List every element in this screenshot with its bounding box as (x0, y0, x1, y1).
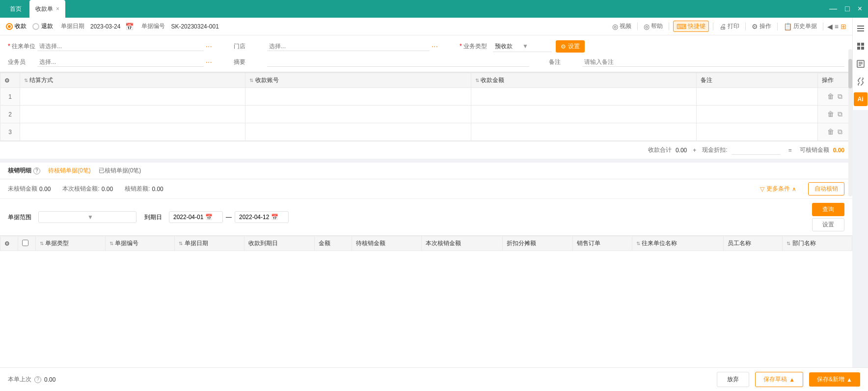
store-label: 门店 (234, 42, 263, 51)
print-button[interactable]: 🖨 打印 (717, 22, 741, 30)
scroll-thumb[interactable] (848, 59, 852, 88)
bottom-info-icon[interactable]: ? (34, 376, 41, 383)
bt-header-discount: 折扣分摊额 (503, 236, 573, 251)
from-unit-more-icon[interactable]: ··· (204, 42, 214, 51)
save-draft-label: 保存草稿 (763, 375, 787, 384)
restore-button[interactable]: □ (843, 4, 852, 13)
row-3-settle[interactable] (20, 123, 245, 141)
sidebar-icon-link[interactable] (854, 75, 868, 88)
layout-list-icon[interactable]: ≡ (835, 23, 839, 30)
row-2-account[interactable] (245, 106, 471, 123)
row-3-delete-icon[interactable]: 🗑 (827, 128, 834, 136)
radio-receive-dot (6, 23, 13, 30)
save-new-arrow[interactable]: ▲ (846, 376, 852, 383)
business-type-select[interactable]: 预收款 ▼ (493, 41, 552, 52)
total-value: 0.00 (676, 147, 687, 154)
row-2-remark[interactable] (697, 106, 818, 123)
business-type-arrow: ▼ (522, 43, 550, 50)
range-arrow: ▼ (87, 214, 132, 221)
print-label: 打印 (728, 22, 739, 30)
date-to-value: 2022-04-12 (239, 214, 269, 221)
scroll-track[interactable] (848, 49, 852, 196)
bt-header-gear[interactable]: ⚙ (0, 236, 18, 251)
uncancelled-value: 0.00 (39, 186, 51, 193)
more-filter-button[interactable]: ▽ 更多条件 ∧ (760, 185, 796, 193)
save-new-button[interactable]: 保存&新增 ▲ (809, 372, 860, 387)
calendar-icon[interactable]: 📅 (125, 23, 134, 30)
row-2-copy-icon[interactable]: ⧉ (838, 110, 842, 118)
layout-prev-icon[interactable]: ◀ (827, 23, 833, 30)
radio-receive[interactable]: 收款 (6, 22, 27, 30)
save-draft-button[interactable]: 保存草稿 ▲ (755, 372, 803, 387)
remark-input[interactable] (582, 57, 844, 67)
row-1-copy-icon[interactable]: ⧉ (838, 92, 842, 100)
summary-field: 摘要 (234, 57, 529, 67)
close-tab-icon[interactable]: × (56, 5, 59, 12)
save-draft-arrow[interactable]: ▲ (789, 376, 795, 383)
discount-input[interactable] (732, 145, 781, 155)
sidebar-icon-2[interactable] (854, 39, 868, 53)
layout-card-icon[interactable]: ⊞ (841, 23, 846, 30)
abandon-button[interactable]: 放弃 (717, 372, 749, 387)
date-label: 单据日期 (61, 22, 84, 30)
summary-input[interactable] (267, 57, 529, 67)
form-area: 往来单位 ··· 门店 ··· 业务类型 预收款 ▼ (0, 35, 852, 72)
row-2-settle[interactable] (20, 106, 245, 123)
sidebar-icon-3[interactable] (854, 57, 868, 71)
hexiao-tab-pending[interactable]: 待核销单据(0笔) (48, 167, 91, 175)
shortcut-button[interactable]: ⌨ 快捷键 (673, 21, 709, 32)
row-1-settle[interactable] (20, 88, 245, 106)
sidebar-icon-ai[interactable]: Ai (854, 92, 868, 106)
row-3-remark[interactable] (697, 123, 818, 141)
bottom-stat: 本单上次 ? 0.00 (8, 375, 55, 384)
sidebar-icon-1[interactable] (854, 22, 868, 35)
right-sidebar: Ai (852, 18, 868, 110)
date-separator: — (226, 214, 232, 221)
table-header-account: ⇅ 收款账号 (245, 73, 471, 88)
row-2-delete-icon[interactable]: 🗑 (827, 110, 834, 118)
nav-tab-active[interactable]: 收款单 × (29, 0, 65, 18)
row-1-amount[interactable] (471, 88, 696, 106)
bt-header-check[interactable] (18, 236, 36, 251)
row-2-amount[interactable] (471, 106, 696, 123)
settings-button[interactable]: ⚙ 设置 (556, 40, 585, 53)
hexiao-settings-button[interactable]: 设置 (812, 218, 844, 231)
settings-icon: ⚙ (561, 43, 566, 50)
row-3-account[interactable] (245, 123, 471, 141)
hexiao-info-icon[interactable]: ? (33, 168, 40, 174)
select-all-checkbox[interactable] (22, 240, 28, 246)
row-1-account[interactable] (245, 88, 471, 106)
store-input[interactable] (267, 42, 430, 51)
close-window-button[interactable]: × (856, 4, 864, 13)
row-3-copy-icon[interactable]: ⧉ (838, 128, 842, 136)
store-more-icon[interactable]: ··· (430, 42, 440, 51)
video-button[interactable]: ◎ 视频 (610, 22, 633, 30)
row-1-delete-icon[interactable]: 🗑 (827, 92, 834, 100)
row-1-remark[interactable] (697, 88, 818, 106)
from-unit-input[interactable] (37, 42, 204, 51)
svg-rect-6 (861, 47, 864, 50)
history-button[interactable]: 📋 历史单据 (782, 22, 819, 30)
table-header-gear[interactable]: ⚙ (0, 73, 20, 88)
range-select[interactable]: ▼ (38, 211, 136, 223)
operate-icon: ⚙ (752, 23, 758, 30)
row-3-amount[interactable] (471, 123, 696, 141)
bottom-table: ⚙ ⇅ 单据类型 ⇅ 单据编号 (0, 236, 852, 251)
range-filter-field: 单据范围 ▼ (8, 211, 136, 223)
radio-refund[interactable]: 退款 (32, 22, 53, 30)
query-button[interactable]: 查询 (812, 203, 844, 216)
help-button[interactable]: ◎ 帮助 (642, 22, 665, 30)
date-from-input[interactable]: 2022-04-01 📅 (169, 211, 223, 223)
hexiao-tab-done[interactable]: 已核销单据(0笔) (99, 167, 141, 175)
filter-actions: 查询 设置 (812, 203, 844, 231)
nav-tab-home[interactable]: 首页 (4, 0, 27, 18)
date-to-input[interactable]: 2022-04-12 📅 (235, 211, 289, 223)
result-value: 0.00 (833, 147, 844, 154)
minimize-button[interactable]: — (827, 4, 839, 13)
staff-more-icon[interactable]: ··· (204, 58, 214, 67)
auto-cancel-button[interactable]: 自动核销 (808, 182, 844, 196)
operate-button[interactable]: ⚙ 操作 (750, 22, 773, 30)
staff-input[interactable] (37, 57, 204, 67)
bt-header-staff: 员工名称 (723, 236, 783, 251)
help-icon: ◎ (644, 23, 650, 30)
